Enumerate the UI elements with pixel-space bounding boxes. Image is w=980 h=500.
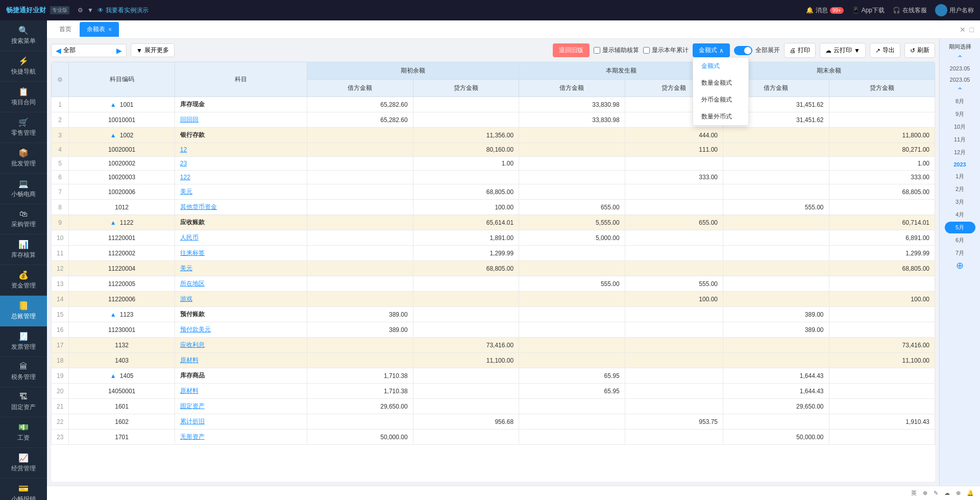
tab-balance[interactable]: 余额表 × xyxy=(80,22,119,37)
message-btn[interactable]: 🔔 消息 99+ xyxy=(806,6,844,15)
account-name[interactable]: 原材料 xyxy=(175,353,307,368)
toggle-switch-input[interactable] xyxy=(734,46,752,55)
period-feb[interactable]: 2月 xyxy=(945,183,975,195)
dropdown-icon[interactable]: ▼ xyxy=(87,7,93,14)
sidebar-item-ledger[interactable]: 📒 总账管理 xyxy=(0,296,47,326)
account-name[interactable]: 美元 xyxy=(175,184,307,200)
aid-checkbox-input[interactable] xyxy=(594,47,600,54)
account-name[interactable]: 银行存款 xyxy=(175,128,307,143)
account-name[interactable]: 游戏 xyxy=(175,292,307,307)
tab-home[interactable]: 首页 xyxy=(53,22,78,37)
period-jun[interactable]: 6月 xyxy=(945,234,975,246)
account-name[interactable]: 122 xyxy=(175,171,307,184)
ytd-checkbox-input[interactable] xyxy=(643,47,650,54)
print-btn[interactable]: 🖨 打印 xyxy=(784,43,816,58)
user-avatar[interactable]: 用户名称 xyxy=(935,4,974,16)
account-name[interactable]: 库存商品 xyxy=(175,368,307,384)
lang-icon[interactable]: 英 xyxy=(911,489,917,497)
sidebar-item-wholesale[interactable]: 📦 批发管理 xyxy=(0,143,47,174)
style-option-foreign-amount[interactable]: 外币金额式 xyxy=(693,91,748,108)
sidebar-item-quicknav[interactable]: ⚡ 快捷导航 xyxy=(0,51,47,82)
period-year-2023[interactable]: 2023 xyxy=(945,159,975,170)
style-option-qty-amount[interactable]: 数量金额式 xyxy=(693,75,748,91)
sidebar-item-inventory[interactable]: 📊 库存核算 xyxy=(0,234,47,265)
account-name[interactable]: 往来标签 xyxy=(175,246,307,261)
period-may[interactable]: 5月 xyxy=(945,222,975,233)
sidebar-item-finance[interactable]: 💰 资金管理 xyxy=(0,265,47,296)
period-jan[interactable]: 1月 xyxy=(945,171,975,182)
account-name[interactable]: 预付账款 xyxy=(175,307,307,322)
sidebar-item-search[interactable]: 🔍 搜索菜单 xyxy=(0,20,47,51)
account-name[interactable]: 12 xyxy=(175,143,307,157)
period-mar[interactable]: 3月 xyxy=(945,196,975,208)
sidebar-item-tax[interactable]: 🏛 税务管理 xyxy=(0,357,47,387)
prev-nav-btn[interactable]: ◀ xyxy=(56,46,61,55)
tab-close-btn[interactable]: × xyxy=(108,26,112,33)
account-name[interactable]: 原材料 xyxy=(175,384,307,399)
period-collapse-up-btn2[interactable]: ⌃ xyxy=(957,86,963,96)
sidebar-item-assets[interactable]: 🏗 固定资产 xyxy=(0,387,47,417)
show-ytd-checkbox[interactable]: 显示本年累计 xyxy=(643,46,689,55)
add-icon[interactable]: ⊕ xyxy=(923,490,927,496)
col-settings[interactable]: ⚙ xyxy=(52,62,69,97)
style-option-qty-foreign[interactable]: 数量外币式 xyxy=(693,108,748,125)
account-name[interactable]: 人民币 xyxy=(175,230,307,246)
sidebar-item-payroll[interactable]: 💵 工资 xyxy=(0,417,47,448)
account-name[interactable]: 库存现金 xyxy=(175,97,307,112)
account-code: 11220001 xyxy=(69,230,175,246)
period-2023-05-1[interactable]: 2023.05 xyxy=(945,63,975,74)
style-option-amount[interactable]: 金额式 xyxy=(693,58,748,75)
style-dropdown-btn[interactable]: 金额式 ∧ xyxy=(693,43,730,57)
account-name[interactable]: 应收利息 xyxy=(175,338,307,353)
account-name[interactable]: 应收账款 xyxy=(175,215,307,230)
add-status-icon[interactable]: ⊕ xyxy=(956,490,961,496)
app-download-btn[interactable]: 📱 App下载 xyxy=(852,6,885,15)
expand-all-toggle[interactable]: 全部展开 xyxy=(734,46,780,55)
cloud-status-icon[interactable]: ☁ xyxy=(944,490,950,496)
account-name[interactable]: 回回回 xyxy=(175,112,307,128)
show-aid-checkbox[interactable]: 显示辅助核算 xyxy=(594,46,639,55)
edit-icon[interactable]: ✎ xyxy=(934,490,938,496)
account-name[interactable]: 无形资产 xyxy=(175,430,307,445)
sidebar-item-purchase[interactable]: 🛍 采购管理 xyxy=(0,204,47,234)
online-service-btn[interactable]: 🎧 在线客服 xyxy=(893,6,927,15)
period-more-btn[interactable]: ⊕ xyxy=(956,260,964,271)
export-btn[interactable]: ↗ 导出 xyxy=(870,43,900,58)
account-code: ▲ 1122 xyxy=(69,215,175,230)
sidebar-item-retail[interactable]: 🛒 零售管理 xyxy=(0,112,47,143)
account-name[interactable]: 23 xyxy=(175,157,307,171)
account-name[interactable]: 固定资产 xyxy=(175,399,307,414)
cloud-print-btn[interactable]: ☁ 云打印 ▼ xyxy=(820,43,866,58)
account-name[interactable]: 预付款美元 xyxy=(175,322,307,338)
next-nav-btn[interactable]: ▶ xyxy=(116,46,122,55)
sidebar-item-ecommerce[interactable]: 💻 小畅电商 xyxy=(0,174,47,204)
sidebar-item-expense[interactable]: 💳 小畅报销 xyxy=(0,479,47,500)
period-apr[interactable]: 4月 xyxy=(945,209,975,221)
account-name[interactable]: 美元 xyxy=(175,261,307,276)
period-nov[interactable]: 11月 xyxy=(945,134,975,146)
period-jul[interactable]: 7月 xyxy=(945,247,975,259)
account-name[interactable]: 所在地区 xyxy=(175,276,307,292)
col-settings-icon[interactable]: ⚙ xyxy=(57,76,63,83)
period-2023-05-2[interactable]: 2023.05 xyxy=(945,75,975,85)
period-sep[interactable]: 9月 xyxy=(945,108,975,120)
window-close-btn[interactable]: ✕ xyxy=(960,26,966,34)
credit-open xyxy=(413,368,519,384)
expand-more-btn[interactable]: ▼ 展开更多 xyxy=(131,43,175,57)
account-name[interactable]: 其他货币资金 xyxy=(175,200,307,215)
sidebar-item-operations[interactable]: 📈 经营管理 xyxy=(0,448,47,479)
sidebar-item-invoice[interactable]: 🧾 发票管理 xyxy=(0,326,47,357)
refresh-btn[interactable]: ↺ 刷新 xyxy=(904,43,935,58)
window-restore-btn[interactable]: □ xyxy=(970,26,974,34)
demo-link[interactable]: 👁 我要看实例演示 xyxy=(97,6,149,15)
account-name[interactable]: 累计折旧 xyxy=(175,414,307,430)
settings-icon[interactable]: ⚙ xyxy=(78,7,83,14)
search-input[interactable] xyxy=(63,47,114,54)
sidebar-item-contract[interactable]: 📋 项目合同 xyxy=(0,82,47,112)
period-dec[interactable]: 12月 xyxy=(945,147,975,158)
bell-status-icon[interactable]: 🔔 xyxy=(967,490,974,496)
period-aug[interactable]: 8月 xyxy=(945,96,975,107)
period-collapse-up-btn[interactable]: ⌃ xyxy=(957,54,963,63)
period-oct[interactable]: 10月 xyxy=(945,121,975,133)
return-old-btn[interactable]: 退回旧版 xyxy=(553,43,590,57)
